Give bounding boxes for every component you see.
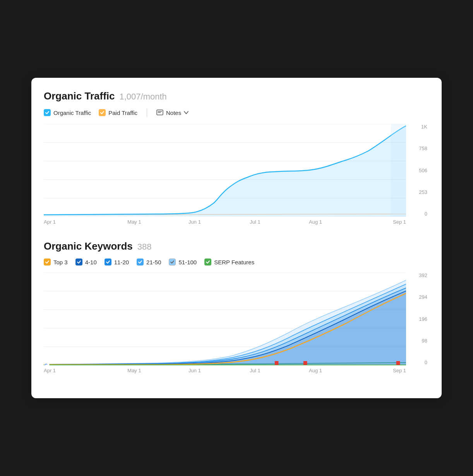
kw-x-label-aug1: Aug 1 — [285, 368, 346, 373]
y-label-392: 392 — [419, 272, 427, 278]
organic-keywords-section: Organic Keywords 388 Top 3 4-10 11-20 — [44, 240, 429, 373]
legend-paid-traffic[interactable]: Paid Traffic — [99, 109, 137, 116]
checkbox-21-50[interactable] — [137, 259, 144, 265]
y-label-98: 98 — [419, 338, 427, 344]
checkbox-51-100[interactable] — [169, 259, 176, 265]
legend-serp-features-label: SERP Features — [214, 259, 254, 265]
y-label-196: 196 — [419, 316, 427, 322]
x-label-aug1: Aug 1 — [285, 219, 346, 225]
legend-organic-traffic-label: Organic Traffic — [53, 110, 91, 116]
main-card: Organic Traffic 1,007/month Organic Traf… — [31, 78, 442, 398]
organic-traffic-y-axis: 1K 758 506 253 0 — [419, 124, 427, 217]
checkbox-4-10[interactable] — [75, 259, 82, 265]
checkbox-paid-traffic[interactable] — [99, 109, 106, 116]
legend-21-50-label: 21-50 — [146, 259, 161, 265]
legend-4-10[interactable]: 4-10 — [75, 259, 97, 265]
organic-keywords-x-axis: Apr 1 May 1 Jun 1 Jul 1 Aug 1 Sep 1 — [44, 368, 406, 373]
checkbox-top3[interactable] — [44, 259, 51, 265]
legend-organic-traffic[interactable]: Organic Traffic — [44, 109, 91, 116]
x-label-jul1: Jul 1 — [225, 219, 285, 225]
legend-51-100[interactable]: 51-100 — [169, 259, 197, 265]
svg-rect-15 — [275, 361, 279, 365]
svg-rect-17 — [396, 361, 400, 365]
kw-x-label-may1: May 1 — [104, 368, 165, 373]
organic-traffic-title-text: Organic Traffic — [44, 90, 115, 102]
organic-keywords-chart-wrap: G 392 294 196 98 0 — [44, 272, 406, 365]
organic-traffic-svg — [44, 124, 406, 217]
x-label-jun1: Jun 1 — [165, 219, 225, 225]
organic-keywords-svg: G — [44, 272, 406, 365]
legend-11-20-label: 11-20 — [114, 259, 129, 265]
y-label-0-kw: 0 — [419, 360, 427, 365]
legend-51-100-label: 51-100 — [178, 259, 197, 265]
legend-top3[interactable]: Top 3 — [44, 259, 68, 265]
organic-traffic-title: Organic Traffic 1,007/month — [44, 90, 429, 102]
legend-divider — [147, 108, 147, 117]
x-label-apr1: Apr 1 — [44, 219, 104, 225]
svg-text:G: G — [45, 363, 48, 365]
organic-keywords-subtitle: 388 — [137, 242, 152, 252]
kw-x-label-jul1: Jul 1 — [225, 368, 285, 373]
svg-rect-16 — [303, 361, 307, 365]
notes-icon — [156, 110, 163, 116]
legend-top3-label: Top 3 — [53, 259, 68, 265]
svg-rect-7 — [391, 124, 406, 217]
organic-traffic-x-axis: Apr 1 May 1 Jun 1 Jul 1 Aug 1 Sep 1 — [44, 219, 406, 225]
organic-keywords-legend: Top 3 4-10 11-20 21-50 — [44, 259, 429, 265]
organic-keywords-chart-container: G 392 294 196 98 0 Apr 1 May 1 Jun 1 Jul… — [44, 272, 429, 373]
y-label-294: 294 — [419, 294, 427, 300]
organic-keywords-y-axis: 392 294 196 98 0 — [419, 272, 427, 365]
y-label-0: 0 — [419, 211, 427, 217]
notes-button[interactable]: Notes — [156, 110, 189, 116]
legend-11-20[interactable]: 11-20 — [105, 259, 129, 265]
legend-serp-features[interactable]: SERP Features — [204, 259, 254, 265]
legend-21-50[interactable]: 21-50 — [137, 259, 161, 265]
y-label-758: 758 — [419, 146, 427, 151]
kw-x-label-jun1: Jun 1 — [165, 368, 225, 373]
checkbox-organic-traffic[interactable] — [44, 109, 51, 116]
notes-label: Notes — [166, 110, 181, 116]
organic-traffic-chart-wrap: 1K 758 506 253 0 — [44, 124, 406, 217]
checkbox-serp-features[interactable] — [204, 259, 211, 265]
organic-keywords-title: Organic Keywords 388 — [44, 240, 429, 252]
kw-x-label-sep1: Sep 1 — [346, 368, 406, 373]
kw-x-label-apr1: Apr 1 — [44, 368, 104, 373]
legend-4-10-label: 4-10 — [85, 259, 97, 265]
organic-traffic-chart-container: 1K 758 506 253 0 Apr 1 May 1 Jun 1 Jul 1… — [44, 124, 429, 225]
chevron-down-icon — [184, 111, 189, 114]
y-label-253: 253 — [419, 189, 427, 195]
organic-traffic-legend: Organic Traffic Paid Traffic Notes — [44, 108, 429, 117]
y-label-1k: 1K — [419, 124, 427, 130]
checkbox-11-20[interactable] — [105, 259, 111, 265]
organic-traffic-subtitle: 1,007/month — [120, 92, 167, 102]
x-label-sep1: Sep 1 — [346, 219, 406, 225]
x-label-may1: May 1 — [104, 219, 165, 225]
y-label-506: 506 — [419, 168, 427, 173]
legend-paid-traffic-label: Paid Traffic — [108, 110, 137, 116]
organic-keywords-title-text: Organic Keywords — [44, 240, 133, 252]
organic-traffic-section: Organic Traffic 1,007/month Organic Traf… — [44, 90, 429, 225]
